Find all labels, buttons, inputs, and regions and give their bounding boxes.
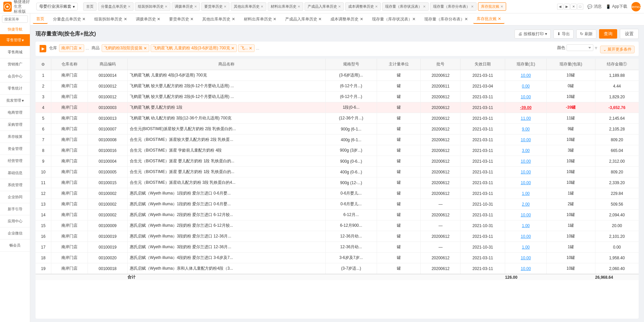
row-qty-main[interactable]: 11.00: [505, 113, 546, 124]
tab-close-5[interactable]: ✕: [261, 5, 263, 8]
query-btn[interactable]: 查询: [599, 29, 617, 39]
sidebar-item-13[interactable]: 企业协同: [0, 191, 30, 203]
avatar[interactable]: demo2: [631, 2, 641, 11]
expand-conditions-btn[interactable]: ⌄ 展开更多条件: [600, 46, 635, 53]
sidebar-item-2[interactable]: 营销推广: [0, 58, 30, 70]
row-qty-main[interactable]: 1.00: [505, 242, 546, 253]
sidebar-item-16[interactable]: 企业微信: [0, 227, 30, 239]
row-qty-main[interactable]: 1.00: [505, 220, 546, 231]
nav-diaobodandan[interactable]: 调拨单历史 ✕: [132, 15, 164, 23]
goods-tag-2-close[interactable]: ✕: [231, 46, 234, 51]
tab-7[interactable]: 产成品入库单历史 ✕: [305, 2, 344, 11]
row-qty-main[interactable]: 10.00: [505, 263, 546, 274]
warehouse-tag-nanandianmen[interactable]: 南岸门店 ✕: [59, 44, 84, 52]
sidebar-item-12[interactable]: 系统管理: [0, 179, 30, 191]
goods-tag-1-close[interactable]: ✕: [144, 46, 147, 51]
tab-1[interactable]: 分量盘点单历史 ✕: [98, 2, 133, 11]
tab-next-btn[interactable]: ▶: [564, 4, 570, 10]
tab-10[interactable]: 现存量（库存分布表） ✕: [430, 2, 477, 11]
refresh-btn[interactable]: ↻ 刷新: [576, 30, 596, 39]
row-qty-main[interactable]: 10.00: [505, 177, 546, 188]
sidebar-item-14[interactable]: 新手引导: [0, 203, 30, 215]
tab-close-2[interactable]: ✕: [165, 5, 167, 8]
nav-fenliangpandian[interactable]: 分量盘点单历史 ✕: [50, 15, 89, 23]
sidebar-item-0[interactable]: 零售管理 ▾: [0, 34, 30, 46]
tab-close-10[interactable]: ✕: [471, 5, 474, 8]
tab-8[interactable]: 成本调整单历史 ✕: [345, 2, 381, 11]
sidebar-item-17[interactable]: 畅会员: [0, 239, 30, 252]
row-qty-main[interactable]: 10.00: [505, 210, 546, 220]
tab-close-4[interactable]: ✕: [224, 5, 226, 8]
row-qty-main[interactable]: 10.00: [505, 167, 546, 177]
settings-btn[interactable]: 设置: [620, 29, 639, 39]
warehouse-tag-close[interactable]: ✕: [78, 46, 82, 51]
sidebar-item-9[interactable]: 资金管理: [0, 143, 30, 155]
tab-menu-btn[interactable]: □: [577, 4, 583, 10]
nav-home[interactable]: 首页: [33, 15, 48, 24]
tab-0[interactable]: 首页: [83, 2, 97, 11]
nav-cailiaochuku[interactable]: 材料出库单历史 ✕: [240, 15, 280, 23]
sidebar-item-6[interactable]: 电商管理: [0, 107, 30, 119]
row-qty-main[interactable]: 10.00: [505, 231, 546, 242]
nav-xiancunliang1[interactable]: 现存量（库存状况表）✕: [369, 15, 419, 23]
row-qty-main[interactable]: 0.00: [505, 81, 546, 92]
tab-close-btn[interactable]: ✕: [571, 4, 577, 10]
nav-kucunpici[interactable]: 库存批次账 ✕: [473, 15, 504, 24]
row-qty-main[interactable]: 3.00: [505, 145, 546, 156]
row-qty-main[interactable]: 10.00: [505, 135, 546, 145]
tab-close-6[interactable]: ✕: [298, 5, 300, 8]
sidebar-item-1[interactable]: 零售商城: [0, 46, 30, 58]
color-select[interactable]: [567, 44, 593, 51]
print-btn[interactable]: 🖨 按模板打印 ▾: [515, 30, 551, 39]
expand-side-btn[interactable]: ▶: [40, 45, 46, 52]
tab-close-8[interactable]: ✕: [375, 5, 378, 8]
tab-close-3[interactable]: ✕: [194, 5, 197, 8]
row-qty-main[interactable]: 10.00: [505, 70, 546, 81]
sidebar-item-3[interactable]: 会员中心: [0, 70, 30, 83]
warehouse-more[interactable]: ...: [86, 46, 89, 51]
tab-4[interactable]: 要货单历史 ✕: [201, 2, 229, 11]
nav-chengpinruku[interactable]: 产成品入库单历史 ✕: [282, 15, 325, 23]
sidebar-item-4[interactable]: 零售统计: [0, 83, 30, 95]
quick-nav-btn[interactable]: 快捷导航: [0, 25, 30, 34]
row-qty-main[interactable]: -39.00: [505, 102, 546, 113]
tab-close-1[interactable]: ✕: [128, 5, 130, 8]
row-qty-main[interactable]: 1.00: [505, 188, 546, 199]
tab-2[interactable]: 组装拆卸单历史 ✕: [135, 2, 170, 11]
store-selector[interactable]: 母婴行业演示账套 ▾: [36, 3, 78, 10]
tab-close-7[interactable]: ✕: [338, 5, 341, 8]
tab-close-9[interactable]: ✕: [423, 5, 426, 8]
row-qty-main[interactable]: 2.00: [505, 199, 546, 210]
nav-zuzhuangchaijiu[interactable]: 组装拆卸单历史 ✕: [91, 15, 130, 23]
row-qty-main[interactable]: 10.00: [505, 253, 546, 263]
sidebar-item-15[interactable]: 应用中心: [0, 215, 30, 227]
search-input[interactable]: [2, 15, 28, 23]
tab-prev-btn[interactable]: ◀: [557, 4, 563, 10]
tab-5[interactable]: 其他出库单历史 ✕: [231, 2, 266, 11]
nav-yaohuo[interactable]: 要货单历史 ✕: [166, 15, 197, 23]
goods-tag-3[interactable]: 飞... ✕: [238, 44, 255, 52]
sidebar-item-10[interactable]: 经营管理: [0, 155, 30, 167]
sidebar-item-11[interactable]: 基础信息: [0, 167, 30, 179]
goods-more[interactable]: ...: [256, 46, 259, 51]
nav-chengbentiaoji[interactable]: 成本调整单历史 ✕: [327, 15, 366, 23]
tab-3[interactable]: 调拨单历史 ✕: [172, 2, 200, 11]
tab-close-11[interactable]: ✕: [500, 5, 503, 8]
nav-qitachuku[interactable]: 其他出库单历史 ✕: [199, 15, 238, 23]
col-settings[interactable]: ⚙: [36, 59, 51, 70]
nav-xiancunliang2[interactable]: 现存量（库存分布表）✕: [421, 15, 471, 23]
tab-6[interactable]: 材料出库单历史 ✕: [268, 2, 303, 11]
sidebar-item-5[interactable]: 批发管理 ▾: [0, 95, 30, 107]
tab-9[interactable]: 现存量（库存状况表） ✕: [382, 2, 429, 11]
row-qty-main[interactable]: 10.00: [505, 92, 546, 102]
row-qty-main[interactable]: 10.00: [505, 156, 546, 167]
app-download-btn[interactable]: 📱 App下载: [606, 4, 627, 9]
sidebar-item-7[interactable]: 采购管理: [0, 119, 30, 131]
goods-tag-2[interactable]: 飞鹤星飞帆 儿童奶粉 4段(3-6岁适用) 700克 ✕: [151, 44, 237, 52]
message-btn[interactable]: 💬 消息: [587, 4, 602, 9]
row-qty-main[interactable]: 9.00: [505, 124, 546, 135]
export-btn[interactable]: ⬇ 导出: [553, 30, 574, 39]
goods-tag-3-close[interactable]: ✕: [249, 46, 252, 51]
goods-tag-1[interactable]: 飞鹤奶粉3段阳贡提装 ✕: [102, 44, 149, 52]
tab-11[interactable]: 库存批次账 ✕: [478, 2, 506, 11]
